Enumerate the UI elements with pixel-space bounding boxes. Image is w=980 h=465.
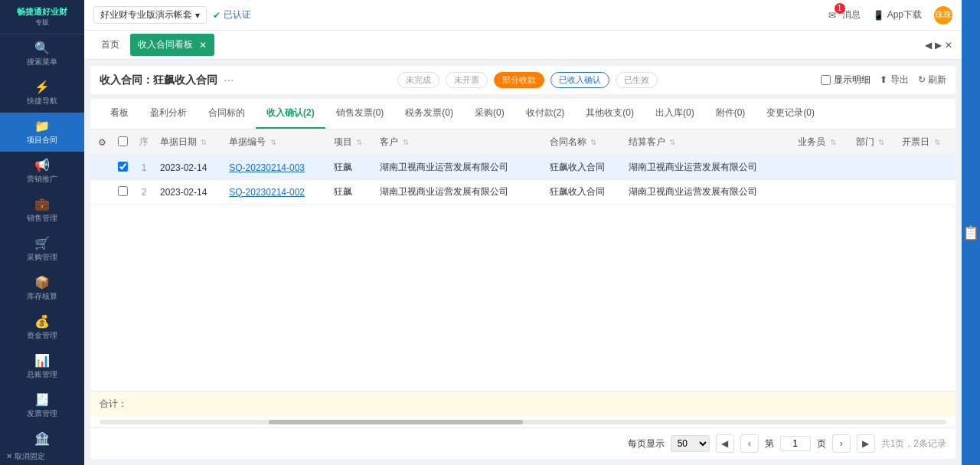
page-label: 第: [765, 437, 774, 450]
sidebar-item-快捷导航[interactable]: ⚡快捷导航: [0, 74, 84, 113]
th-bill-date[interactable]: 开票日 ⇅: [897, 129, 956, 156]
scrollbar-thumb[interactable]: [269, 420, 523, 424]
sidebar-item-发票管理[interactable]: 🧾发票管理: [0, 386, 84, 425]
tab-payment[interactable]: 收付款(2): [515, 99, 576, 129]
sidebar-item-资金管理[interactable]: 💰资金管理: [0, 308, 84, 347]
export-action[interactable]: ⬆ 导出: [880, 74, 908, 87]
tab-contract-board[interactable]: 收入合同看板 ✕: [130, 34, 214, 56]
tab-board[interactable]: 看板: [100, 99, 139, 129]
sidebar-item-销售管理[interactable]: 💼销售管理: [0, 191, 84, 230]
th-date[interactable]: 单据日期 ⇅: [155, 129, 224, 156]
tab-revenue-confirm[interactable]: 收入确认(2): [256, 99, 325, 129]
message-action[interactable]: ✉ 1 消息: [828, 8, 861, 21]
page-header: 收入合同：狂飙收入合同 ··· 未完成 未开票 部分收款 已收入确认 已生效 显…: [90, 66, 956, 94]
th-settle[interactable]: 结算客户 ⇅: [624, 129, 793, 156]
company-select[interactable]: 好业财专业版演示帐套 ▾: [93, 6, 207, 24]
row-salesman-1: [793, 180, 851, 205]
sort-dept-icon: ⇅: [878, 138, 884, 146]
right-sidebar[interactable]: 📋: [962, 0, 980, 465]
tab-strip: 首页 收入合同看板 ✕ ◀ ▶ ✕: [84, 31, 962, 60]
sort-contract-icon: ⇅: [590, 138, 596, 146]
select-all-checkbox[interactable]: [118, 136, 128, 146]
th-salesman[interactable]: 业务员 ⇅: [793, 129, 851, 156]
sidebar-item-税务管理[interactable]: 🏦税务管理: [0, 425, 84, 448]
th-gear[interactable]: ⚙: [90, 129, 113, 156]
tab-subject[interactable]: 合同标的: [198, 99, 256, 129]
tab-close-all-icon[interactable]: ✕: [945, 40, 952, 51]
sidebar-bottom[interactable]: ✕ 取消固定: [0, 448, 84, 465]
sidebar-item-项目合同[interactable]: 📁项目合同: [0, 113, 84, 152]
table-row[interactable]: 2 2023-02-14 SQ-20230214-002 狂飙 湖南卫视商业运营…: [90, 180, 956, 205]
tab-change[interactable]: 变更记录(0): [756, 99, 825, 129]
page-input[interactable]: [780, 436, 811, 451]
more-icon[interactable]: ···: [224, 74, 234, 87]
row-checkbox-0[interactable]: [113, 156, 132, 180]
sidebar-item-库存核算[interactable]: 📦库存核算: [0, 269, 84, 308]
table-container: ⚙ 序 单据日期 ⇅ 单据编号 ⇅ 项目 ⇅ 客户 ⇅ 合同名称 ⇅ 结算客户 …: [90, 129, 956, 459]
topbar-left: 好业财专业版演示帐套 ▾ ✔ 已认证: [93, 6, 251, 24]
row-billno-1[interactable]: SQ-20230214-002: [224, 180, 328, 205]
show-detail-checkbox[interactable]: [821, 75, 831, 85]
first-page-btn[interactable]: ◀: [716, 434, 734, 453]
th-project[interactable]: 项目 ⇅: [329, 129, 376, 156]
per-page-select[interactable]: 50 100 200: [671, 435, 710, 452]
app-download-action[interactable]: 📱 App下载: [873, 8, 922, 21]
table-row[interactable]: 1 2023-02-14 SQ-20230214-003 狂飙 湖南卫视商业运营…: [90, 156, 956, 180]
tab-purchase[interactable]: 采购(0): [464, 99, 515, 129]
row-dept-0: [851, 156, 898, 180]
right-sidebar-icon: 📋: [962, 224, 979, 241]
tab-profit[interactable]: 盈利分析: [139, 99, 198, 129]
main-area: 好业财专业版演示帐套 ▾ ✔ 已认证 ✉ 1 消息 📱 App下载: [84, 0, 962, 465]
row-customer-1: 湖南卫视商业运营发展有限公司: [375, 180, 544, 205]
tab-other[interactable]: 其他收支(0): [575, 99, 645, 129]
row-checkbox-1[interactable]: [113, 180, 132, 205]
app-download-label: App下载: [887, 8, 922, 21]
th-customer[interactable]: 客户 ⇅: [375, 129, 544, 156]
sidebar-item-采购管理[interactable]: 🛒采购管理: [0, 230, 84, 269]
horizontal-scrollbar[interactable]: [100, 420, 946, 424]
status-partial[interactable]: 部分收款: [494, 72, 544, 88]
row-gear-1: [90, 180, 113, 205]
sidebar-scroll: 🔍搜索菜单⚡快捷导航📁项目合同📢营销推广💼销售管理🛒采购管理📦库存核算💰资金管理…: [0, 34, 84, 448]
sidebar-logo: 畅捷通好业财 专版: [0, 0, 84, 34]
sidebar: 畅捷通好业财 专版 🔍搜索菜单⚡快捷导航📁项目合同📢营销推广💼销售管理🛒采购管理…: [0, 0, 84, 465]
tab-close-icon[interactable]: ✕: [199, 40, 207, 51]
inner-tab-bar: 看板 盈利分析 合同标的 收入确认(2) 销售发票(0) 税务发票(0) 采购(…: [90, 99, 956, 129]
row-dept-1: [851, 180, 898, 205]
status-effective[interactable]: 已生效: [616, 72, 658, 88]
tab-contract-label: 收入合同看板: [138, 38, 193, 51]
tab-home[interactable]: 首页: [93, 34, 127, 56]
tab-next-icon[interactable]: ▶: [935, 40, 942, 51]
sidebar-item-总账管理[interactable]: 📊总账管理: [0, 347, 84, 386]
last-page-btn[interactable]: ▶: [857, 434, 875, 453]
th-checkbox[interactable]: [113, 129, 132, 156]
th-dept[interactable]: 部门 ⇅: [851, 129, 898, 156]
th-bill-no[interactable]: 单据编号 ⇅: [224, 129, 328, 156]
status-confirmed[interactable]: 已收入确认: [550, 72, 609, 88]
tab-prev-icon[interactable]: ◀: [925, 40, 932, 51]
sidebar-item-营销推广[interactable]: 📢营销推广: [0, 152, 84, 191]
prev-page-btn[interactable]: ‹: [740, 434, 759, 453]
row-settle-0: 湖南卫视商业运营发展有限公司: [624, 156, 793, 180]
show-detail-label[interactable]: 显示明细: [821, 74, 871, 87]
sort-billdate-icon: ⇅: [934, 138, 940, 146]
tab-attachment[interactable]: 附件(0): [705, 99, 756, 129]
table-wrap: ⚙ 序 单据日期 ⇅ 单据编号 ⇅ 项目 ⇅ 客户 ⇅ 合同名称 ⇅ 结算客户 …: [90, 129, 956, 391]
inner-tabs-container: 看板 盈利分析 合同标的 收入确认(2) 销售发票(0) 税务发票(0) 采购(…: [90, 99, 956, 459]
tab-home-label: 首页: [101, 38, 119, 51]
user-action[interactable]: 珠珠: [934, 6, 952, 25]
row-billdate-1: [897, 180, 956, 205]
tab-tax-invoice[interactable]: 税务发票(0): [394, 99, 464, 129]
next-page-btn[interactable]: ›: [832, 434, 851, 453]
status-buttons: 未完成 未开票 部分收款 已收入确认 已生效: [397, 72, 658, 88]
th-contract[interactable]: 合同名称 ⇅: [545, 129, 624, 156]
refresh-action[interactable]: ↻ 刷新: [918, 74, 946, 87]
row-billno-0[interactable]: SQ-20230214-003: [224, 156, 328, 180]
certified-badge: ✔ 已认证: [213, 8, 251, 21]
tab-warehouse[interactable]: 出入库(0): [645, 99, 705, 129]
sidebar-item-搜索菜单[interactable]: 🔍搜索菜单: [0, 34, 84, 74]
sort-project-icon: ⇅: [356, 138, 362, 146]
status-uninvoiced[interactable]: 未开票: [446, 72, 488, 88]
tab-sales-invoice[interactable]: 销售发票(0): [325, 99, 395, 129]
status-incomplete[interactable]: 未完成: [397, 72, 439, 88]
